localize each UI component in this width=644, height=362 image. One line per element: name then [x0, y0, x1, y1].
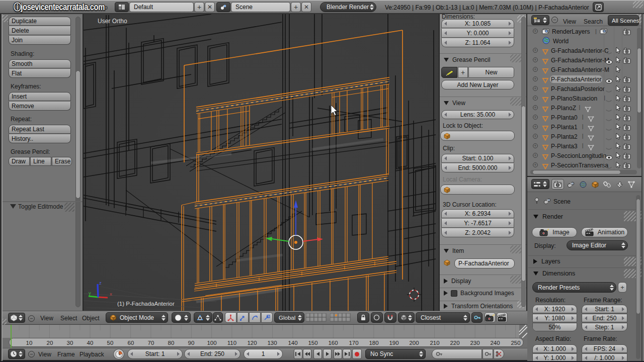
svg-text:160: 160	[328, 340, 338, 346]
svg-text:40: 40	[87, 340, 94, 346]
svg-text:230: 230	[470, 340, 479, 346]
svg-text:z: z	[99, 280, 102, 286]
svg-text:20: 20	[47, 340, 53, 346]
svg-text:250: 250	[511, 340, 520, 346]
svg-text:150: 150	[308, 340, 317, 346]
svg-text:110: 110	[227, 340, 236, 346]
svg-text:100: 100	[207, 340, 216, 346]
svg-text:170: 170	[349, 340, 358, 346]
svg-text:200: 200	[409, 340, 419, 346]
svg-text:80: 80	[168, 340, 175, 346]
svg-text:210: 210	[430, 340, 439, 346]
svg-text:50: 50	[107, 340, 114, 346]
svg-text:10: 10	[26, 340, 33, 346]
svg-text:180: 180	[369, 340, 378, 346]
svg-text:120: 120	[247, 340, 257, 346]
svg-text:y: y	[89, 290, 91, 296]
svg-text:30: 30	[67, 340, 73, 346]
svg-text:130: 130	[267, 340, 277, 346]
svg-text:70: 70	[148, 340, 154, 346]
svg-text:User Ortho: User Ortho	[98, 18, 127, 25]
svg-text:x: x	[110, 291, 112, 297]
svg-text:240: 240	[490, 340, 500, 346]
svg-text:90: 90	[188, 340, 195, 346]
svg-text:220: 220	[450, 340, 459, 346]
svg-text:190: 190	[389, 340, 398, 346]
svg-text:60: 60	[128, 340, 134, 346]
svg-text:140: 140	[288, 340, 297, 346]
svg-text:(1) P-FachadaAnterior: (1) P-FachadaAnterior	[117, 301, 175, 307]
